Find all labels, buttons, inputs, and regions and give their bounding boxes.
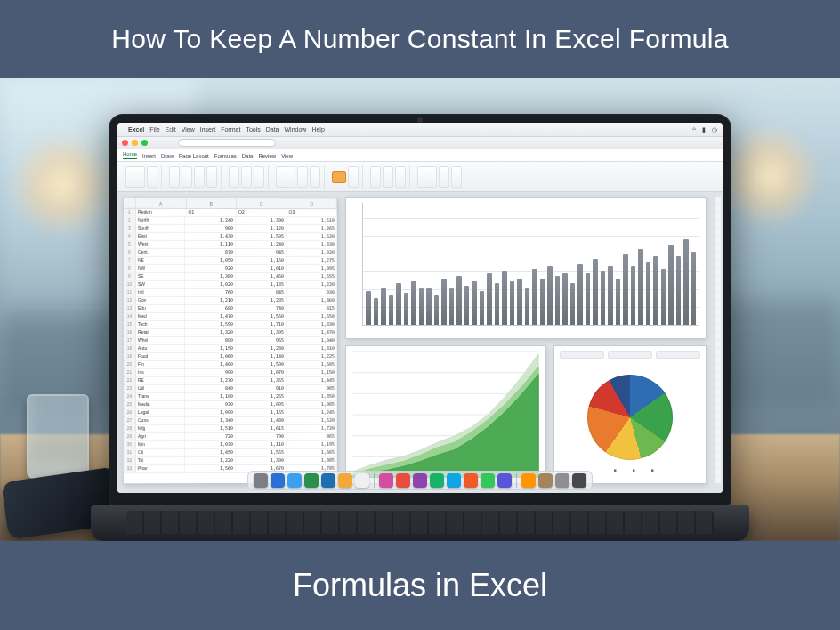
ribbon-tab[interactable]: Review [258,153,276,158]
bar [366,291,371,325]
close-icon[interactable] [122,140,128,146]
number-format-button[interactable] [276,166,295,188]
ribbon-toolbar[interactable] [117,162,723,192]
dock-app-icon[interactable] [396,473,410,488]
format-cell-button[interactable] [395,166,406,188]
table-row[interactable]: 10SW1,0201,1351,220 [124,281,337,289]
table-row[interactable]: 30Min1,0301,1101,195 [124,441,337,449]
dock-app-icon[interactable] [304,473,319,488]
dock-app-icon[interactable] [254,473,268,488]
align-left-button[interactable] [229,166,239,188]
table-row[interactable]: 21Ins9901,0701,150 [124,369,337,377]
table-row[interactable]: 14Med1,4701,5601,650 [124,313,337,321]
table-row[interactable]: 17Whsl8909651,040 [124,337,337,345]
ribbon-tab[interactable]: View [281,153,293,158]
mac-menu-item[interactable]: Help [311,126,324,133]
sheet-rows[interactable]: 1RegionQ1Q2Q32North1,2401,3901,5103South… [124,209,337,473]
table-row[interactable]: 11Intl760845930 [124,289,337,297]
cell-style-swatch[interactable] [332,171,346,183]
table-row[interactable]: 32Tel1,2201,3001,385 [124,457,337,465]
percent-button[interactable] [297,166,308,188]
table-row[interactable]: 3South9801,1201,265 [124,225,337,233]
table-row[interactable]: 6Cent.8709451,020 [124,249,337,257]
mac-menu-item[interactable]: Window [285,126,307,133]
mac-menu-item[interactable]: Data [266,126,279,133]
dock-app-icon[interactable] [555,473,569,488]
spreadsheet-panel[interactable]: ABCD 1RegionQ1Q2Q32North1,2401,3901,5103… [123,198,338,484]
ribbon-tab[interactable]: Data [242,153,254,158]
dock-app-icon[interactable] [271,473,285,488]
table-row[interactable]: 25Media9301,0051,085 [124,401,337,409]
dock-app-icon[interactable] [430,473,444,488]
table-row[interactable]: 12Gov1,2101,2851,360 [124,297,337,305]
table-row[interactable]: 20Fin1,4001,5001,605 [124,361,337,369]
table-row[interactable]: 19Food1,0601,1401,225 [124,353,337,361]
delete-cell-button[interactable] [383,166,393,188]
table-row[interactable]: 9SE1,3801,4601,555 [124,273,337,281]
comma-button[interactable] [310,166,320,188]
mac-menu-item[interactable]: Edit [166,126,176,133]
table-row[interactable]: 2North1,2401,3901,510 [124,217,337,225]
table-row[interactable]: 16Retail1,3201,3951,470 [124,329,337,337]
table-row[interactable]: 29Agri720790865 [124,433,337,441]
bold-button[interactable] [169,166,180,188]
underline-button[interactable] [194,166,205,188]
table-row[interactable]: 4East1,4301,5051,620 [124,233,337,241]
table-row[interactable]: 18Auto1,1501,2301,310 [124,345,337,353]
ribbon-tab[interactable]: Page Layout [179,153,209,158]
dock-app-icon[interactable] [413,473,427,488]
dock-app-icon[interactable] [321,473,335,488]
table-row[interactable]: 27Cons1,3401,4301,520 [124,417,337,425]
maximize-icon[interactable] [141,140,148,146]
table-row[interactable]: 7NE1,0501,1601,275 [124,257,337,265]
ribbon-tab[interactable]: Formulas [214,153,237,158]
window-traffic-lights[interactable] [122,140,148,146]
sort-filter-button[interactable] [439,166,449,188]
mac-menu-item[interactable]: Excel [128,126,144,133]
table-row[interactable]: 1RegionQ1Q2Q3 [124,209,337,217]
ribbon-tab[interactable]: Insert [142,153,156,158]
table-row[interactable]: 15Tech1,5901,7101,830 [124,321,337,329]
table-row[interactable]: 26Legal1,0901,1651,245 [124,409,337,417]
mac-menu-item[interactable]: Insert [200,126,216,133]
dock-app-icon[interactable] [379,473,393,488]
table-row[interactable]: 28Mfg1,5101,6151,720 [124,425,337,433]
paste-button[interactable] [125,166,145,188]
dock-app-icon[interactable] [538,473,553,488]
dock-app-icon[interactable] [355,473,369,488]
dock-app-icon[interactable] [464,473,478,488]
mac-menu-item[interactable]: Format [221,126,240,133]
font-color-button[interactable] [206,166,217,188]
format-table-button[interactable] [348,166,359,188]
italic-button[interactable] [182,166,192,188]
align-center-button[interactable] [241,166,252,188]
ribbon-tab[interactable]: Home [123,151,137,159]
table-row[interactable]: 24Trans1,1801,2651,350 [124,393,337,401]
autosum-button[interactable] [417,166,437,188]
ribbon-tab[interactable]: Draw [161,153,174,158]
dock-app-icon[interactable] [338,473,352,488]
excel-search-input[interactable] [178,139,276,147]
mac-dock[interactable] [247,471,593,490]
dock-app-icon[interactable] [447,473,461,488]
table-row[interactable]: 13Edu680740815 [124,305,337,313]
table-row[interactable]: 5West1,1101,2401,330 [124,241,337,249]
table-row[interactable]: 22RE1,2701,3551,445 [124,377,337,385]
table-row[interactable]: 31Oil1,4501,5551,665 [124,449,337,457]
mac-menu-item[interactable]: View [182,126,195,133]
cut-button[interactable] [147,166,158,188]
table-row[interactable]: 8NW9201,0101,095 [124,265,337,273]
insert-cell-button[interactable] [370,166,381,188]
mac-menu-item[interactable]: Tools [246,126,260,133]
dock-app-icon[interactable] [521,473,536,488]
dock-app-icon[interactable] [572,473,586,488]
dock-app-icon[interactable] [497,473,512,488]
ribbon-tabs[interactable]: HomeInsertDrawPage LayoutFormulasDataRev… [117,149,723,162]
minimize-icon[interactable] [132,140,138,146]
table-row[interactable]: 23Util840910985 [124,385,337,393]
dock-app-icon[interactable] [481,473,495,488]
dock-app-icon[interactable] [287,473,302,488]
find-button[interactable] [451,166,462,188]
mac-menu-item[interactable]: File [149,126,159,133]
align-right-button[interactable] [254,166,264,188]
